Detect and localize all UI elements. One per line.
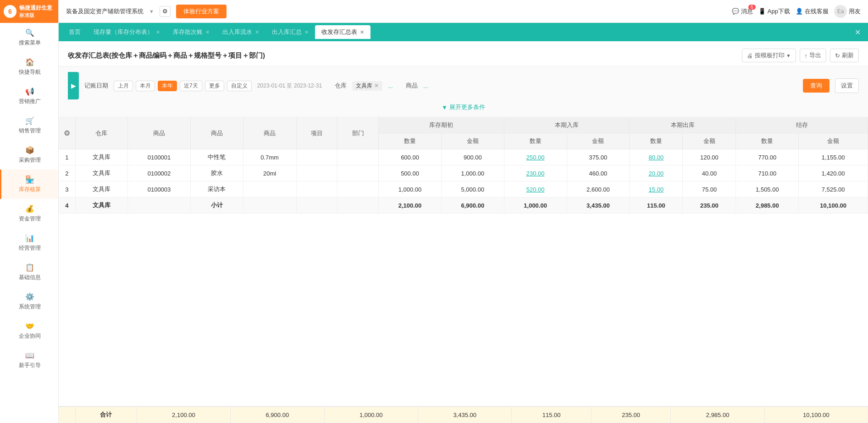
table-settings-icon[interactable]: ⚙ (64, 129, 70, 137)
quick-icon: 🏠 (25, 58, 34, 66)
date-btn-this-year[interactable]: 本年 (158, 81, 177, 91)
col-group-period-out: 本期出库 (630, 117, 736, 133)
sidebar-item-purchase[interactable]: 📦 采购管理 (0, 140, 58, 170)
tab-close-recv-send-summary[interactable]: ✕ (360, 29, 364, 35)
mobile-icon: 📱 (758, 8, 766, 15)
tab-label-inout-summary: 出入库汇总 (272, 28, 302, 36)
col-project: 项目 (296, 117, 337, 149)
date-btn-7days[interactable]: 近7天 (180, 81, 202, 91)
tab-close-batch[interactable]: ✕ (205, 29, 210, 35)
cell-name: 中性笔 (190, 149, 243, 165)
tab-close-inout-flow[interactable]: ✕ (255, 29, 259, 35)
footer-out-qty: 115.00 (512, 407, 591, 423)
refresh-btn[interactable]: ↻ 刷新 (830, 49, 859, 62)
footer-opening-amt: 6,900.00 (231, 407, 324, 423)
sidebar-item-enterprise[interactable]: 🤝 企业协同 (0, 316, 58, 346)
tab-label-batch: 库存批次账 (173, 28, 203, 36)
sidebar-item-inventory[interactable]: 🏪 库存核算 (0, 170, 58, 199)
online-service-btn[interactable]: 👤 在线客服 (796, 7, 829, 16)
sidebar-item-sales[interactable]: 🛒 销售管理 (0, 111, 58, 140)
sidebar-label-guide: 新手引导 (19, 362, 41, 369)
col-group-period-in: 本期入库 (504, 117, 630, 133)
col-group-balance: 结存 (736, 117, 868, 133)
cell-opening-qty: 1,000.00 (379, 181, 442, 198)
cell-out-amt: 40.00 (683, 165, 736, 181)
cell-out-qty[interactable]: 20.00 (630, 165, 683, 181)
sidebar-item-system[interactable]: ⚙️ 系统管理 (0, 287, 58, 316)
experience-btn[interactable]: 体验行业方案 (176, 5, 227, 18)
tab-close-stock-dist[interactable]: ✕ (156, 29, 160, 35)
cell-warehouse: 文具库 (75, 149, 128, 165)
cell-out-amt: 75.00 (683, 181, 736, 198)
export-btn[interactable]: ↑ 导出 (800, 49, 827, 62)
sidebar-item-marketing[interactable]: 📢 营销推广 (0, 82, 58, 111)
warehouse-tag-close[interactable]: ✕ (374, 82, 379, 89)
col-balance-amt: 金额 (799, 133, 868, 149)
cell-warehouse: 文具库 (75, 198, 128, 214)
date-range-display: 2023-01-01 至 2023-12-31 (257, 82, 322, 90)
user-menu[interactable]: Ea 用友 (834, 5, 861, 18)
cell-project (296, 165, 337, 181)
date-btn-last-month[interactable]: 上月 (114, 81, 133, 91)
cell-seq: 2 (59, 165, 75, 181)
col-warehouse: 仓库 (75, 117, 128, 149)
footer-label: 合计 (75, 407, 137, 423)
notification-btn[interactable]: 💬 消息 6 (732, 7, 753, 16)
date-btn-more[interactable]: 更多 (205, 81, 224, 91)
sidebar-item-finance[interactable]: 💰 资金管理 (0, 199, 58, 228)
system-icon: ⚙️ (25, 292, 34, 301)
set-btn[interactable]: 设置 (835, 78, 859, 93)
export-icon: ↑ (805, 52, 808, 59)
date-btn-this-month[interactable]: 本月 (136, 81, 155, 91)
filter-bar: ▶ 记账日期 上月 本月 本年 近7天 更多 自定义 2023-01-01 至 … (59, 66, 868, 117)
tab-home[interactable]: 首页 (62, 25, 87, 39)
app-download-btn[interactable]: 📱 App下载 (758, 7, 790, 16)
marketing-icon: 📢 (25, 87, 34, 96)
cell-out-qty[interactable]: 15.00 (630, 181, 683, 198)
col-out-amt: 金额 (683, 133, 736, 149)
tab-close-inout-summary[interactable]: ✕ (304, 29, 309, 35)
sidebar-item-operations[interactable]: 📊 经营管理 (0, 228, 58, 258)
sidebar-label-finance: 资金管理 (19, 215, 41, 223)
cell-spec: 20ml (243, 165, 296, 181)
finance-icon: 💰 (25, 204, 34, 213)
cell-balance-qty: 710.00 (736, 165, 799, 181)
expand-more-btn[interactable]: ▼ 展开更多条件 (442, 103, 485, 111)
tab-stock-dist[interactable]: 现存量（库存分布表）✕ (87, 25, 166, 39)
query-btn[interactable]: 查询 (803, 79, 829, 93)
print-btn[interactable]: 🖨 按模板打印 ▼ (742, 49, 796, 62)
filter-arrow-btn[interactable]: ▶ (68, 72, 79, 99)
warehouse-ellipsis[interactable]: ... (388, 82, 393, 89)
goods-ellipsis[interactable]: ... (423, 82, 428, 89)
table-row: 3 文具库 0100003 采访本 1,000.00 5,000.00 520.… (59, 181, 868, 198)
tab-recv-send-summary[interactable]: 收发存汇总表✕ (315, 25, 370, 39)
tab-inout-flow[interactable]: 出入库流水✕ (216, 25, 265, 39)
tab-label-stock-dist: 现存量（库存分布表） (94, 28, 153, 36)
user-avatar: Ea (834, 5, 847, 18)
cell-in-qty[interactable]: 250.00 (504, 149, 567, 165)
cell-in-qty[interactable]: 230.00 (504, 165, 567, 181)
close-window-btn[interactable]: ✕ (851, 28, 864, 37)
cell-in-amt: 3,435.00 (567, 198, 630, 214)
sidebar-item-quick[interactable]: 🏠 快捷导航 (0, 52, 58, 82)
cell-name: 胶水 (190, 165, 243, 181)
tab-inout-summary[interactable]: 出入库汇总✕ (265, 25, 315, 39)
logo-text: 畅捷通好生意 标准版 (19, 5, 52, 18)
tab-bar: 首页现存量（库存分布表）✕库存批次账✕出入库流水✕出入库汇总✕收发存汇总表✕ ✕ (59, 23, 868, 41)
topbar-dropdown-icon: ▼ (149, 9, 154, 14)
filter-expand-row: ▼ 展开更多条件 (68, 103, 859, 111)
footer-balance-amt: 10,100.00 (764, 407, 868, 423)
date-btn-custom[interactable]: 自定义 (227, 81, 252, 91)
cell-out-qty[interactable]: 80.00 (630, 149, 683, 165)
expand-icon: ▼ (442, 104, 448, 111)
tab-batch[interactable]: 库存批次账✕ (166, 25, 216, 39)
sidebar-item-guide[interactable]: 📖 新手引导 (0, 346, 58, 375)
topbar-settings-btn[interactable]: ⚙ (160, 6, 171, 17)
sidebar-item-search[interactable]: 🔍 搜索菜单 (0, 23, 58, 52)
sidebar-item-basic[interactable]: 📋 基础信息 (0, 258, 58, 287)
cell-in-qty[interactable]: 520.00 (504, 181, 567, 198)
cell-project (296, 181, 337, 198)
col-group-opening: 库存期初 (379, 117, 504, 133)
cell-opening-qty: 2,100.00 (379, 198, 442, 214)
cell-balance-amt: 10,100.00 (799, 198, 868, 214)
